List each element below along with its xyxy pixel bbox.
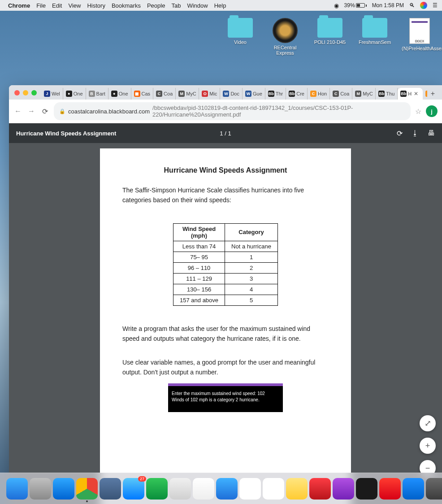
tab-label: Bart: [96, 91, 105, 96]
dock-app-settings[interactable]: [426, 478, 442, 500]
pdf-viewer: Hurricane Wind Speeds Assignment 1 / 1 ⟳…: [9, 123, 442, 504]
dock-app-finder[interactable]: [6, 478, 28, 500]
menu-people[interactable]: People: [147, 2, 165, 9]
browser-tab[interactable]: WDoc: [220, 88, 243, 100]
desktop-folder-poli210[interactable]: POLI 210-D45: [312, 18, 348, 56]
favicon: Bb: [268, 91, 274, 97]
desktop-icons: Video RECentral Express POLI 210-D45 Fre…: [222, 18, 438, 56]
dock-app-facetime[interactable]: [146, 478, 168, 500]
macos-menubar: Chrome File Edit View History Bookmarks …: [0, 0, 442, 11]
address-bar-row: ← → ⟳ 🔒 coastalcarolina.blackboard.com/b…: [9, 100, 442, 123]
dock-app-calendar[interactable]: [239, 478, 261, 500]
browser-tab[interactable]: BBart: [86, 88, 108, 100]
tab-label: H: [408, 91, 412, 96]
menu-tab[interactable]: Tab: [171, 2, 181, 9]
battery-status[interactable]: 39%: [344, 2, 367, 9]
menu-bookmarks[interactable]: Bookmarks: [112, 2, 141, 9]
minimize-window-button[interactable]: [23, 90, 28, 96]
table-cell: 3: [225, 273, 278, 284]
browser-tab[interactable]: ●One: [63, 88, 86, 100]
desktop-folder-video[interactable]: Video: [222, 18, 258, 56]
dock-app-news[interactable]: [379, 478, 401, 500]
close-tab-button[interactable]: ✕: [414, 91, 418, 97]
browser-tab[interactable]: MMyC: [352, 88, 376, 100]
doc-heading: Hurricane Wind Speeds Assignment: [122, 166, 329, 174]
tab-label: Coa: [164, 91, 173, 96]
forward-button[interactable]: →: [27, 107, 36, 116]
menu-view[interactable]: View: [68, 2, 81, 9]
menu-window[interactable]: Window: [187, 2, 208, 9]
back-button[interactable]: ←: [13, 107, 22, 116]
bookmark-star-button[interactable]: ☆: [415, 107, 421, 116]
dock-app-chrome[interactable]: [76, 478, 98, 500]
dock-app-appstore[interactable]: [403, 478, 424, 500]
reload-button[interactable]: ⟳: [40, 107, 49, 116]
icon-label: RECentral Express: [267, 45, 303, 56]
doc-instr2: Use clear variable names, a good prompt …: [122, 357, 329, 378]
browser-tab[interactable]: BbThu: [376, 88, 398, 100]
browser-tab[interactable]: WGue: [243, 88, 265, 100]
browser-tab[interactable]: CWri: [423, 88, 427, 100]
zoom-in-button[interactable]: +: [420, 438, 436, 454]
dock-app-music[interactable]: [309, 478, 331, 500]
wifi-icon[interactable]: ◉: [334, 2, 339, 9]
siri-icon[interactable]: [420, 2, 427, 9]
menu-file[interactable]: File: [36, 2, 46, 9]
browser-tab[interactable]: JWel: [41, 88, 63, 100]
dock-app-photos[interactable]: [193, 478, 214, 500]
pdf-title: Hurricane Wind Speeds Assignment: [16, 130, 116, 137]
clock[interactable]: Mon 1:58 PM: [372, 2, 404, 9]
menu-edit[interactable]: Edit: [52, 2, 62, 9]
menu-history[interactable]: History: [87, 2, 105, 9]
app-name[interactable]: Chrome: [8, 2, 30, 9]
control-center-icon[interactable]: ☰: [433, 2, 438, 9]
maximize-window-button[interactable]: [31, 90, 37, 96]
desktop-app-recentral[interactable]: RECentral Express: [267, 18, 303, 56]
pdf-body[interactable]: Hurricane Wind Speeds Assignment The Saf…: [9, 143, 442, 504]
dock-app-notes[interactable]: [286, 478, 308, 500]
dock-app-tv[interactable]: [356, 478, 377, 500]
browser-tab[interactable]: BbH✕: [398, 88, 423, 100]
table-cell: 2: [225, 262, 278, 273]
app-icon: [273, 18, 298, 43]
table-cell: 75– 95: [173, 252, 225, 262]
table-cell: 130– 156: [173, 284, 225, 295]
download-button[interactable]: ⭳: [412, 129, 419, 138]
dock-app-preview[interactable]: [100, 478, 121, 500]
browser-tab[interactable]: CCoa: [330, 88, 352, 100]
tab-label: Cre: [296, 91, 304, 96]
tab-label: One: [74, 91, 83, 96]
url-field[interactable]: 🔒 coastalcarolina.blackboard.com/bbcsweb…: [54, 102, 411, 120]
browser-tab[interactable]: MMyC: [176, 88, 199, 100]
dock-app-podcasts[interactable]: [333, 478, 354, 500]
desktop-folder-freshmansem[interactable]: FreshmanSem: [357, 18, 393, 56]
browser-tab[interactable]: OMic: [199, 88, 220, 100]
profile-avatar-button[interactable]: j: [426, 105, 438, 117]
dock-app-mail[interactable]: [216, 478, 238, 500]
browser-tab[interactable]: ▦Cas: [131, 88, 154, 100]
dock-app-safari[interactable]: [53, 478, 74, 500]
rotate-button[interactable]: ⟳: [397, 129, 403, 138]
dock-app-launchpad[interactable]: [30, 478, 51, 500]
browser-tab[interactable]: CHon: [308, 88, 330, 100]
fit-page-button[interactable]: ⤢: [420, 415, 436, 431]
menu-help[interactable]: Help: [214, 2, 226, 9]
desktop-doc-prehealth[interactable]: DOCX (N)PreHealthAssessment.docx: [402, 18, 438, 56]
terminal-line: Enter the maximum sustained wind speed: …: [172, 391, 279, 397]
browser-tab[interactable]: ●One: [108, 88, 131, 100]
print-button[interactable]: 🖶: [428, 129, 435, 138]
dock-app-reminders[interactable]: [263, 478, 284, 500]
tab-label: One: [119, 91, 128, 96]
dock-app-messages[interactable]: 27: [123, 478, 144, 500]
browser-tab[interactable]: BbCre: [286, 88, 308, 100]
tab-label: Doc: [230, 91, 239, 96]
spotlight-icon[interactable]: 🔍︎: [409, 2, 415, 9]
new-tab-button[interactable]: +: [427, 88, 438, 100]
browser-tab[interactable]: CCoa: [153, 88, 176, 100]
browser-tab[interactable]: BbThr: [265, 88, 286, 100]
favicon: Bb: [289, 91, 295, 97]
pdf-toolbar: Hurricane Wind Speeds Assignment 1 / 1 ⟳…: [9, 123, 442, 143]
close-window-button[interactable]: [14, 90, 20, 96]
dock-app-maps[interactable]: [169, 478, 191, 500]
tab-label: Thr: [276, 91, 283, 96]
